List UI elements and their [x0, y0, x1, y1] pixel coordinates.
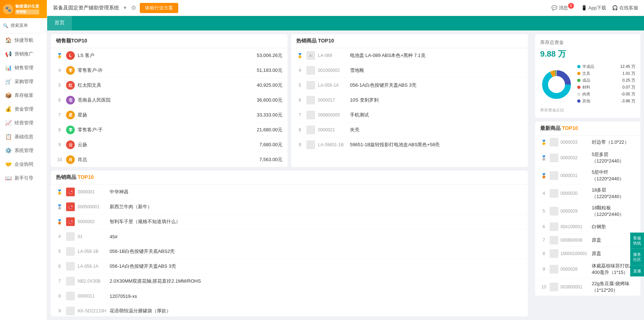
hot-products-card: 热销商品 TOP10 🥇 🥩 0000001 中华神器 🥈 🥩 00050000…: [51, 171, 528, 316]
sidebar-item-marketing[interactable]: 📢 营销推广: [0, 47, 47, 61]
sidebar-item-system[interactable]: ⚙️ 系统管理: [0, 144, 47, 157]
list-item: 🥈 🥩 000500001 新西兰牛肉（新牛）: [51, 200, 528, 214]
list-item: 5 LA-056-1B 056-1B白色按键开关底ABS2壳: [51, 244, 528, 259]
top-sold-title: 热销商品 TOP10: [296, 38, 334, 44]
legend-dot: [577, 93, 580, 96]
messages-button[interactable]: 💬 消息 6: [551, 5, 575, 11]
list-item: 8 0000011 12070519-xs: [51, 289, 528, 304]
list-item: 🥉 🥩 0000002 智利车子里（规格不知道填什么）: [51, 214, 528, 229]
sidebar-item-home[interactable]: 🏠 快捷导航: [0, 33, 47, 47]
sidebar-item-cooperation[interactable]: 🤝 企业协同: [0, 157, 47, 171]
product-image: [306, 126, 315, 134]
avatar: 苍: [66, 96, 75, 104]
list-item: 4 01 45#: [51, 229, 528, 244]
legend-dot: [577, 72, 580, 75]
avatar: 零: [66, 126, 75, 134]
tab-home[interactable]: 首页: [47, 16, 72, 30]
headset-icon: 🎧: [612, 5, 618, 11]
dropdown-icon[interactable]: ▼: [123, 5, 127, 11]
legend-item: 其他 -3.86 万: [577, 98, 635, 104]
system-name: 装备及固定资产辅助管理系统: [53, 5, 119, 11]
sidebar-item-purchase[interactable]: 🛒 采购管理: [0, 75, 47, 89]
inventory-icon: 📦: [5, 92, 12, 99]
product-image: [550, 189, 558, 198]
middle-panel: 销售额TOP10 🥇 L LS 客户 53,006.26元 4 零 零售客户-许: [47, 30, 531, 320]
search-icon: 🔍: [3, 23, 8, 28]
search-menu-button[interactable]: 🔍 搜索菜单: [3, 21, 44, 30]
trial-button[interactable]: 体验行业方案: [140, 3, 178, 13]
product-image: [550, 249, 558, 258]
list-item: 10 肖 肖总 7,563.00元: [51, 152, 288, 167]
tab-bar: 首页: [47, 16, 644, 30]
product-image: [550, 222, 558, 231]
sidebar-item-management[interactable]: 📈 经营管理: [0, 116, 47, 130]
sidebar-item-finance[interactable]: 💰 资金管理: [0, 102, 47, 116]
medal-icon: 🥇: [540, 140, 547, 145]
list-item: 7 星 星扬 33,333.00元: [51, 108, 288, 123]
list-item: 6 LA-056-1A 056-1A白色按键开关盖ABS 3壳: [51, 259, 528, 274]
legend-item: 文具 1.01 万: [577, 71, 635, 76]
list-item: 🥈 0000032 5层多层（1220*2440）: [535, 149, 640, 167]
legend-item: 半成品 12.45 万: [577, 64, 635, 69]
newest-products-card: 最新商品 TOP10 🥇 0000033 封边带（1.0*22） 🥈 00000…: [535, 122, 640, 296]
cooperation-icon: 🤝: [5, 161, 12, 168]
list-item: 5 0000029 18颗粒板（1220*2440）: [535, 202, 640, 220]
list-item: 9 KK-SD22110H 花语萌恒温分膳罐袋（厚款）: [51, 304, 528, 316]
product-image: 🥩: [66, 202, 75, 211]
avatar: L: [66, 51, 75, 60]
legend-list: 半成品 12.45 万 文具 1.01 万: [577, 64, 635, 105]
float-btn-community[interactable]: 服务 社区: [630, 249, 644, 266]
avatar: 星: [66, 111, 75, 119]
list-item: 8 零 零售客户-于 21,680.00元: [51, 123, 288, 138]
sales-icon: 📊: [5, 65, 12, 71]
logo-text: 畅捷通好生意 标准版: [15, 4, 39, 15]
inventory-card: 库存总资金 9.88 万: [535, 34, 640, 118]
medal-icon: 🥉: [540, 173, 547, 179]
product-image: [550, 207, 558, 216]
medal-icon: 🥉: [56, 219, 63, 225]
list-item: 5 LA-056-1A 056-1A白色按键开关盖ABS 3壳: [291, 78, 528, 93]
hot-products-list: 🥇 🥩 0000001 中华神器 🥈 🥩 000500001 新西兰牛肉（新牛）…: [51, 185, 528, 316]
sidebar-nav: 🏠 快捷导航 📢 营销推广 📊 销售管理 🛒 采购管理 📦 库存核算 💰 资金管…: [0, 33, 47, 320]
sidebar-item-basic-info[interactable]: 📋 基础信息: [0, 130, 47, 144]
management-icon: 📈: [5, 120, 12, 126]
system-icon: ⚙️: [5, 147, 12, 154]
product-image: [306, 81, 315, 90]
list-item: 4 0000030 18多层（1220*2440）: [535, 185, 640, 202]
list-item: 4 零 零售客户-许 51,183.00元: [51, 63, 288, 78]
online-service-button[interactable]: 🎧 在线客服: [612, 5, 638, 11]
content: 销售额TOP10 🥇 L LS 客户 53,006.26元 4 零 零售客户-许: [47, 30, 644, 320]
settings-icon[interactable]: ⚙: [131, 4, 136, 11]
medal-icon: 🥇: [56, 189, 63, 195]
inventory-chart-area: 半成品 12.45 万 文具 1.01 万: [540, 64, 635, 105]
right-panel: 库存总资金 9.88 万: [531, 30, 644, 320]
medal-icon: 🥈: [56, 204, 63, 210]
float-btn-live[interactable]: 直播: [630, 266, 644, 276]
sidebar-item-inventory[interactable]: 📦 库存核算: [0, 89, 47, 102]
legend-dot: [577, 79, 580, 82]
inventory-title: 库存总资金: [540, 39, 635, 46]
list-item: 8 10000100001 原盖: [535, 247, 640, 260]
sidebar-item-sales[interactable]: 📊 销售管理: [0, 61, 47, 75]
sidebar-item-guide[interactable]: 📖 新手引导: [0, 171, 47, 185]
float-btn-hotline[interactable]: 客服 热线: [630, 233, 644, 249]
avatar: 红: [66, 81, 75, 90]
product-image: [550, 153, 558, 162]
message-icon: 💬: [551, 5, 557, 11]
marketing-icon: 📢: [5, 51, 12, 57]
main-area: 装备及固定资产辅助管理系统 ▼ ⚙ 体验行业方案 💬 消息 6 📱 App下载 …: [47, 0, 644, 320]
top-customers-card: 销售额TOP10 🥇 L LS 客户 53,006.26元 4 零 零售客户-许: [51, 34, 288, 167]
guide-icon: 📖: [5, 175, 12, 181]
list-item: 10 003800001 22g鱼豆腐-烧烤味（1*12*20）: [535, 278, 640, 296]
product-image: [66, 307, 75, 315]
phone-icon: 📱: [581, 5, 587, 11]
list-item: 🥉 0000031 5层中纤（1220*2440）: [535, 167, 640, 185]
float-buttons: 客服 热线 服务 社区 直播: [630, 233, 644, 276]
list-item: 7 000800008 原盖: [535, 234, 640, 247]
product-image: Ai: [306, 51, 315, 60]
avatar: 云: [66, 140, 75, 149]
app-download-button[interactable]: 📱 App下载: [581, 5, 606, 11]
donut-chart: [540, 68, 573, 101]
top-sold-list: 🥇 Ai LA-089 电池盖 LA-089 ABS本色+黑种 7.1克 4 0…: [291, 48, 528, 152]
legend-dot: [577, 86, 580, 89]
